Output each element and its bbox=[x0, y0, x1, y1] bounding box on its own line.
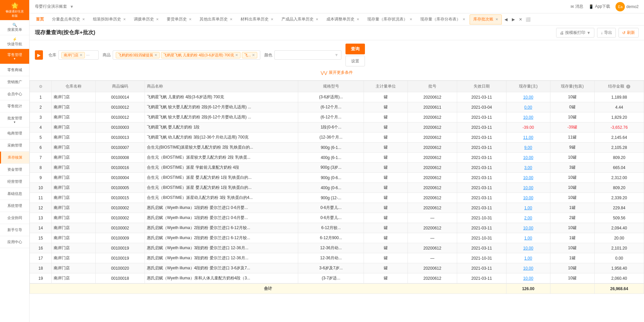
row-qty-15[interactable]: 10.00 bbox=[506, 243, 550, 253]
row-qty-14[interactable]: 1.00 bbox=[506, 233, 550, 243]
product-input[interactable]: 飞鹤奶粉3段四罐提装 ✕ 飞鹤星飞帆 儿童奶粉 4段(3-6岁适用) 700克 … bbox=[113, 50, 260, 60]
tab-6[interactable]: 材料出库单历史 ✕ bbox=[237, 14, 277, 24]
row-amount-12: 509.56 bbox=[594, 213, 644, 223]
sidebar-item-purchase[interactable]: 采购管理 bbox=[0, 140, 29, 152]
sidebar-item-wholesale[interactable]: 批发管理 ▼ bbox=[0, 112, 29, 127]
refresh-button[interactable]: ↺ 刷新 bbox=[619, 28, 639, 38]
row-spec-13: 6-12月较... bbox=[298, 223, 364, 233]
row-qty-1[interactable]: 0.00 bbox=[506, 102, 550, 112]
tab-next-btn[interactable]: ▶ bbox=[510, 16, 517, 23]
tab-5[interactable]: 其他出库单历史 ✕ bbox=[196, 14, 236, 24]
col-header-settings[interactable]: ⚙ bbox=[30, 81, 52, 92]
row-qty-4[interactable]: 11.00 bbox=[506, 132, 550, 143]
row-qty-18[interactable]: 10.00 bbox=[506, 273, 550, 284]
expand-conditions-btn[interactable]: ⋁⋁ 展开更多条件 bbox=[321, 70, 353, 75]
row-qty-2[interactable]: 10.00 bbox=[506, 112, 550, 122]
tab-10-close[interactable]: ✕ bbox=[463, 17, 465, 21]
sidebar-item-inventory[interactable]: 库存核算 bbox=[0, 152, 29, 164]
row-qty-0[interactable]: 10.00 bbox=[506, 92, 550, 102]
row-qty-11[interactable]: 1.00 bbox=[506, 203, 550, 213]
sidebar-item-guide[interactable]: 新手引导 bbox=[0, 224, 29, 236]
tab-7[interactable]: 产成品入库单历史 ✕ bbox=[278, 14, 322, 24]
row-warehouse-2: 南岸门店 bbox=[52, 112, 96, 122]
filter-expand-arrow[interactable]: ▶ bbox=[35, 50, 43, 60]
print-dropdown-icon[interactable]: ▼ bbox=[587, 31, 591, 35]
row-batch-9: 20200612 bbox=[408, 183, 457, 193]
row-qty-10[interactable]: 10.00 bbox=[506, 193, 550, 203]
tab-3-close[interactable]: ✕ bbox=[156, 17, 159, 21]
product-tag-3: 飞... ✕ bbox=[242, 52, 257, 58]
tab-5-close[interactable]: ✕ bbox=[230, 17, 232, 21]
tab-6-close[interactable]: ✕ bbox=[271, 17, 273, 21]
tab-close-all-btn[interactable]: ✕ bbox=[517, 16, 524, 23]
tab-1[interactable]: 分量盘点单历史 ✕ bbox=[48, 14, 89, 24]
row-qty-16[interactable]: 1.00 bbox=[506, 253, 550, 263]
tab-2-close[interactable]: ✕ bbox=[123, 17, 126, 21]
tab-8-close[interactable]: ✕ bbox=[357, 17, 359, 21]
product-tag-2-close[interactable]: ✕ bbox=[235, 53, 238, 57]
row-pkg-8: 10罐 bbox=[550, 173, 594, 183]
query-button[interactable]: 查询 bbox=[345, 44, 365, 54]
table-body: 1 南岸门店 00100014 飞鹤星飞帆 儿童奶粉 4段(3-6岁适用) 70… bbox=[30, 92, 644, 294]
tab-1-close[interactable]: ✕ bbox=[82, 17, 85, 21]
app-download-btn[interactable]: 📱 App下载 bbox=[589, 4, 610, 9]
tab-8[interactable]: 成本调整单历史 ✕ bbox=[323, 14, 363, 24]
row-qty-8[interactable]: 10.00 bbox=[506, 173, 550, 183]
row-qty-9[interactable]: 10.00 bbox=[506, 183, 550, 193]
tab-10[interactable]: 现存量（库存分布表） ✕ bbox=[417, 14, 469, 24]
product-tag-3-close[interactable]: ✕ bbox=[252, 53, 255, 57]
tab-maximize-btn[interactable]: ⬜ bbox=[525, 16, 531, 23]
export-button[interactable]: ↓ 导出 bbox=[597, 28, 616, 38]
sidebar-item-operation[interactable]: 经营管理 bbox=[0, 176, 29, 188]
row-qty-12[interactable]: 2.00 bbox=[506, 213, 550, 223]
gear-icon[interactable]: ⚙ bbox=[38, 84, 43, 89]
sidebar-item-retail-mall[interactable]: 零售商城 bbox=[0, 64, 29, 76]
sidebar-item-quicknav[interactable]: ⚡ 快捷导航 bbox=[0, 35, 29, 49]
sidebar-item-finance[interactable]: 资金管理 bbox=[0, 164, 29, 176]
setting-button[interactable]: 设置 bbox=[345, 56, 365, 66]
sidebar-item-marketing[interactable]: 营销推广 bbox=[0, 76, 29, 88]
tab-9-close[interactable]: ✕ bbox=[410, 17, 412, 21]
sidebar-item-ecommerce[interactable]: 电商管理 bbox=[0, 127, 29, 140]
color-input[interactable]: ▼ bbox=[274, 50, 341, 60]
tab-4-close[interactable]: ✕ bbox=[189, 17, 192, 21]
print-button[interactable]: 🖨 按模板打印 ▼ bbox=[556, 28, 594, 38]
row-qty-6[interactable]: 10.00 bbox=[506, 153, 550, 163]
warehouse-input[interactable]: 南岸门店 ✕ ··· bbox=[58, 50, 99, 60]
tab-2[interactable]: 组装拆卸单历史 ✕ bbox=[89, 14, 129, 24]
messages-btn[interactable]: ✉ 消息 bbox=[571, 4, 583, 9]
sidebar-item-retail-stats[interactable]: 零售统计 bbox=[0, 100, 29, 112]
tab-3[interactable]: 调拨单历史 ✕ bbox=[130, 14, 162, 24]
tab-9[interactable]: 现存量（库存状况表） ✕ bbox=[364, 14, 416, 24]
row-pkg-6: 10罐 bbox=[550, 153, 594, 163]
row-qty-17[interactable]: 10.00 bbox=[506, 263, 550, 273]
row-code-12: 00100002 bbox=[95, 213, 145, 223]
tab-prev-btn[interactable]: ◀ bbox=[502, 16, 509, 23]
row-qty-3[interactable]: -39.00 bbox=[506, 122, 550, 132]
tab-11[interactable]: 库存批次账 ✕ bbox=[470, 14, 502, 24]
tab-11-close[interactable]: ✕ bbox=[495, 17, 498, 21]
amount-info-icon[interactable]: i bbox=[626, 85, 630, 89]
account-selector[interactable]: 母婴行业演示账套 ▼ bbox=[35, 4, 74, 9]
sidebar-item-corp-collab[interactable]: 企业协同 bbox=[0, 212, 29, 224]
sidebar-item-search[interactable]: 🔍 搜索英单 bbox=[0, 20, 29, 35]
user-menu[interactable]: Ea demo2 bbox=[615, 2, 639, 11]
sidebar-item-retail-management[interactable]: 零售管理 ▼ bbox=[0, 49, 29, 64]
row-qty-7[interactable]: 3.00 bbox=[506, 163, 550, 173]
product-tag-1-close[interactable]: ✕ bbox=[154, 53, 157, 57]
inventory-table: ⚙ 仓库名称 商品编码 商品名称 规格型号 bbox=[30, 80, 644, 294]
sidebar-item-system[interactable]: 系统管理 bbox=[0, 200, 29, 212]
warehouse-tag-close[interactable]: ✕ bbox=[79, 53, 83, 57]
row-code-8: 00100004 bbox=[95, 173, 145, 183]
sidebar-item-app-center[interactable]: 应用中心 bbox=[0, 236, 29, 248]
row-amount-16: 0.00 bbox=[594, 253, 644, 263]
tab-home[interactable]: 首页 bbox=[32, 14, 48, 24]
row-qty-13[interactable]: 10.00 bbox=[506, 223, 550, 233]
account-dropdown-icon[interactable]: ▼ bbox=[70, 4, 74, 9]
row-qty-5[interactable]: 9.00 bbox=[506, 143, 550, 153]
row-seq-13: 14 bbox=[30, 223, 52, 233]
tab-7-close[interactable]: ✕ bbox=[316, 17, 318, 21]
sidebar-item-basic-info[interactable]: 基础信息 bbox=[0, 188, 29, 200]
sidebar-item-member[interactable]: 会员中心 bbox=[0, 88, 29, 100]
tab-4[interactable]: 要货单历史 ✕ bbox=[163, 14, 195, 24]
